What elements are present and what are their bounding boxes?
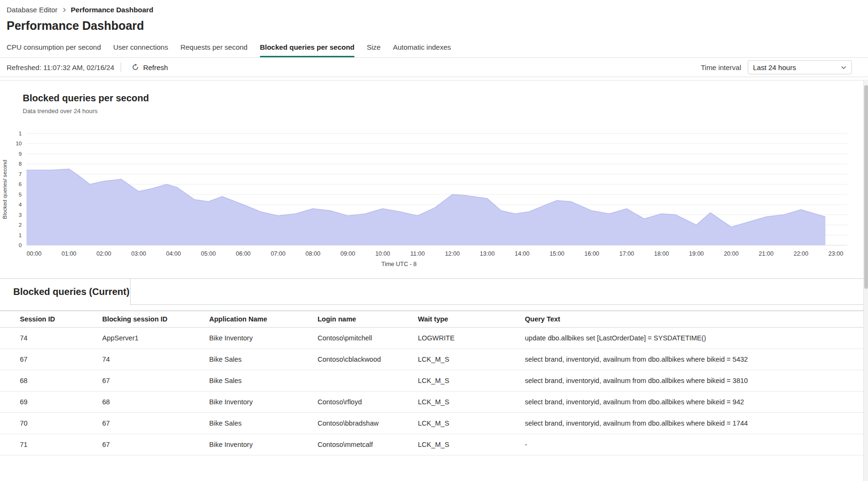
refresh-label: Refresh — [143, 63, 168, 71]
svg-text:21:00: 21:00 — [759, 250, 773, 257]
svg-text:15:00: 15:00 — [549, 250, 564, 257]
table-cell: Bike Inventory — [204, 434, 312, 455]
table-cell — [312, 370, 412, 392]
table-cell: 67 — [97, 434, 204, 455]
svg-text:00:00: 00:00 — [27, 250, 41, 257]
svg-text:11:00: 11:00 — [410, 250, 425, 257]
table-cell: - — [519, 434, 863, 455]
refresh-button[interactable]: Refresh — [128, 62, 172, 73]
svg-text:Blocked queries/ second: Blocked queries/ second — [2, 160, 8, 219]
svg-text:03:00: 03:00 — [131, 250, 146, 257]
table-cell: 67 — [0, 349, 97, 370]
time-interval-dropdown[interactable]: Last 24 hours — [748, 60, 852, 74]
table-cell: select brand, inventoryid, availnum from… — [519, 370, 863, 392]
svg-text:0: 0 — [19, 242, 22, 248]
svg-text:4: 4 — [19, 202, 22, 207]
chevron-down-icon — [841, 64, 847, 71]
table-cell: Contoso\cblackwood — [312, 349, 412, 370]
svg-text:18:00: 18:00 — [654, 250, 669, 257]
column-header-wait-type[interactable]: Wait type — [412, 311, 519, 328]
svg-text:5: 5 — [19, 192, 22, 197]
column-header-query-text[interactable]: Query Text — [519, 311, 863, 328]
svg-text:01:00: 01:00 — [62, 250, 76, 257]
table-row[interactable]: 6968Bike InventoryContoso\rfloydLCK_M_Ss… — [0, 392, 863, 413]
table-row[interactable]: 6867Bike SalesLCK_M_Sselect brand, inven… — [0, 370, 863, 392]
tab-user-connections[interactable]: User connections — [113, 43, 168, 57]
table-cell: Bike Sales — [204, 413, 312, 434]
svg-text:05:00: 05:00 — [201, 250, 216, 257]
table-cell: update dbo.allbikes set [LastOrderDate] … — [519, 328, 863, 349]
refreshed-timestamp: Refreshed: 11:07:32 AM, 02/16/24 — [7, 63, 114, 71]
table-cell: 67 — [97, 370, 204, 392]
table-cell: Bike Sales — [204, 349, 312, 370]
table-row[interactable]: 7067Bike SalesContoso\bbradshawLCK_M_Sse… — [0, 413, 863, 434]
breadcrumb-item-database-editor[interactable]: Database Editor — [7, 6, 58, 14]
blocked-queries-table: Session ID Blocking session ID Applicati… — [0, 311, 863, 455]
svg-text:13:00: 13:00 — [480, 250, 495, 257]
table-cell: Bike Inventory — [204, 328, 312, 349]
column-header-application-name[interactable]: Application Name — [204, 311, 312, 328]
svg-text:04:00: 04:00 — [166, 250, 181, 257]
svg-text:2: 2 — [19, 222, 22, 228]
breadcrumb: Database Editor Performance Dashboard — [0, 0, 868, 15]
blocked-queries-area-chart: 012345678910100:0001:0002:0003:0004:0005… — [0, 127, 863, 274]
svg-text:22:00: 22:00 — [794, 250, 808, 257]
blocked-queries-current-tab-label: Blocked queries (Current) — [13, 286, 130, 297]
svg-text:23:00: 23:00 — [828, 250, 843, 257]
table-cell: Contoso\rfloyd — [312, 392, 412, 413]
table-row[interactable]: 74AppServer1Bike InventoryContoso\pmitch… — [0, 328, 863, 349]
table-cell: Contoso\bbradshaw — [312, 413, 412, 434]
svg-text:10: 10 — [16, 141, 22, 146]
blocked-queries-section: Blocked queries (Current) Session ID Blo… — [0, 278, 868, 455]
svg-text:9: 9 — [19, 151, 22, 157]
refresh-icon — [132, 63, 139, 71]
tab-requests-per-second[interactable]: Requests per second — [180, 43, 248, 57]
svg-text:08:00: 08:00 — [306, 250, 320, 257]
svg-text:8: 8 — [19, 161, 22, 167]
table-cell: 74 — [0, 328, 97, 349]
column-header-login-name[interactable]: Login name — [312, 311, 412, 328]
column-header-session-id[interactable]: Session ID — [0, 311, 97, 328]
table-row[interactable]: 6774Bike SalesContoso\cblackwoodLCK_M_Ss… — [0, 349, 863, 370]
chevron-right-icon — [62, 7, 67, 13]
breadcrumb-item-performance-dashboard: Performance Dashboard — [71, 6, 153, 14]
svg-text:09:00: 09:00 — [340, 250, 355, 257]
scrollbar-thumb[interactable] — [864, 85, 868, 289]
table-cell: select brand, inventoryid, availnum from… — [519, 392, 863, 413]
tab-size[interactable]: Size — [367, 43, 381, 57]
svg-text:14:00: 14:00 — [514, 250, 529, 257]
tab-cpu-consumption-per-second[interactable]: CPU consumption per second — [7, 43, 101, 57]
table-cell: 70 — [0, 413, 97, 434]
table-cell: 74 — [97, 349, 204, 370]
svg-text:Time UTC - 8: Time UTC - 8 — [381, 261, 417, 267]
tab-automatic-indexes[interactable]: Automatic indexes — [393, 43, 451, 57]
vertical-scrollbar[interactable] — [863, 80, 868, 481]
table-cell: Contoso\pmitchell — [312, 328, 412, 349]
column-header-blocking-session-id[interactable]: Blocking session ID — [97, 311, 204, 328]
table-cell: select brand, inventoryid, availnum from… — [519, 413, 863, 434]
tab-bar: CPU consumption per second User connecti… — [0, 33, 868, 57]
table-cell: 71 — [0, 434, 97, 455]
svg-text:12:00: 12:00 — [445, 250, 460, 257]
chart-section: Blocked queries per second Data trended … — [0, 80, 868, 274]
svg-text:16:00: 16:00 — [585, 250, 599, 257]
table-row[interactable]: 7167Bike InventoryContoso\mmetcalfLCK_M_… — [0, 434, 863, 455]
table-header: Session ID Blocking session ID Applicati… — [0, 311, 863, 328]
svg-text:6: 6 — [19, 181, 22, 187]
blocked-queries-table-body: 74AppServer1Bike InventoryContoso\pmitch… — [0, 328, 863, 455]
chart-subtitle: Data trended over 24 hours — [23, 107, 868, 115]
svg-text:10:00: 10:00 — [375, 250, 390, 257]
table-cell: 67 — [97, 413, 204, 434]
tab-blocked-queries-per-second[interactable]: Blocked queries per second — [260, 43, 354, 57]
svg-text:17:00: 17:00 — [619, 250, 634, 257]
table-cell: 68 — [0, 370, 97, 392]
table-cell: LCK_M_S — [412, 349, 519, 370]
table-cell: LCK_M_S — [412, 434, 519, 455]
table-cell: LCK_M_S — [412, 413, 519, 434]
chart-title: Blocked queries per second — [23, 93, 868, 104]
table-cell: select brand, inventoryid, availnum from… — [519, 349, 863, 370]
blocked-queries-current-tab[interactable]: Blocked queries (Current) — [0, 279, 131, 305]
content-area: Blocked queries per second Data trended … — [0, 80, 868, 455]
table-cell: LCK_M_S — [412, 392, 519, 413]
svg-text:20:00: 20:00 — [724, 250, 738, 257]
